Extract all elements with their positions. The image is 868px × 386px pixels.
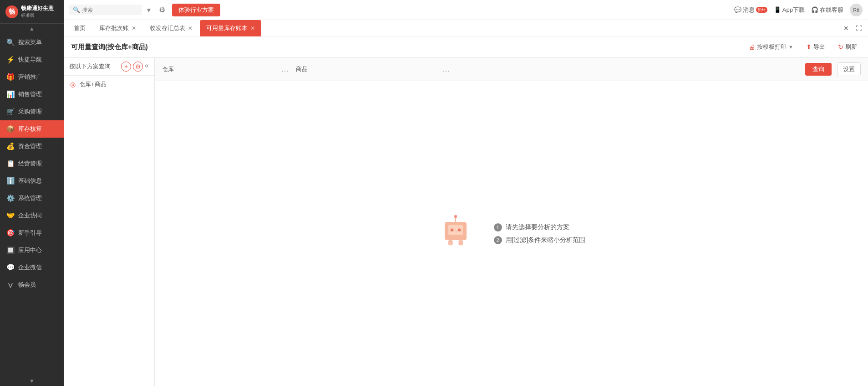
product-label: 商品	[296, 65, 308, 73]
sidebar-label-system: 系统管理	[18, 194, 42, 202]
trial-button[interactable]: 体验行业方案	[172, 4, 220, 16]
tab-close-batch-account[interactable]: ✕	[132, 26, 136, 31]
sidebar-item-finance[interactable]: 💰资金管理	[0, 138, 64, 155]
maximize-tab-button[interactable]: ⛶	[853, 23, 864, 34]
query-button[interactable]: 查询	[805, 63, 832, 76]
tab-label-receive-summary: 收发存汇总表	[150, 24, 185, 32]
sidebar-item-enterprise[interactable]: 🤝企业协同	[0, 207, 64, 224]
export-button[interactable]: ⬆ 导出	[802, 41, 829, 53]
headset-icon: 🎧	[811, 6, 818, 13]
tip-num-1: 1	[494, 223, 502, 232]
sidebar-item-basic[interactable]: ℹ️基础信息	[0, 172, 64, 190]
sidebar-icon-purchase: 🛒	[6, 108, 15, 116]
print-icon: 🖨	[749, 43, 755, 51]
sidebar-scroll-up[interactable]: ▲	[0, 24, 64, 34]
user-avatar[interactable]: Rit	[850, 4, 863, 16]
sidebar-label-shortcut: 快捷导航	[18, 56, 42, 64]
sidebar-nav: 🔍搜索菜单⚡快捷导航🎁营销推广📊销售管理🛒采购管理📦库存核算💰资金管理📋经营管理…	[0, 34, 64, 376]
empty-tip-2: 2 用[过滤]条件来缩小分析范围	[494, 236, 586, 244]
app-download-label: App下载	[782, 6, 805, 14]
online-service-button[interactable]: 🎧 在线客服	[811, 6, 843, 14]
filter-header-actions: + ⚙ «	[121, 62, 149, 72]
tab-close-available-stock[interactable]: ✕	[250, 26, 255, 31]
gear-icon[interactable]: ⚙	[156, 4, 168, 16]
sidebar-label-basic: 基础信息	[18, 177, 42, 185]
sidebar-label-marketing: 营销推广	[18, 73, 42, 81]
sidebar-label-finance: 资金管理	[18, 142, 42, 150]
tab-label-available-stock: 可用量库存账本	[206, 24, 248, 32]
topbar-search-box: 🔍	[69, 5, 142, 15]
empty-tips: 1 请先选择要分析的方案 2 用[过滤]条件来缩小分析范围	[494, 223, 586, 244]
tab-available-stock[interactable]: 可用量库存账本✕	[200, 20, 261, 36]
sidebar-icon-weixin: 💬	[6, 263, 15, 272]
filter-settings-button[interactable]: ⚙	[133, 62, 143, 72]
sidebar-item-newbie[interactable]: 🎯新手引导	[0, 224, 64, 242]
refresh-icon: ↻	[838, 43, 843, 51]
print-dropdown-icon[interactable]: ▼	[788, 44, 793, 50]
filter-collapse-button[interactable]: «	[145, 62, 149, 72]
sidebar-item-weixin[interactable]: 💬企业微信	[0, 259, 64, 276]
sidebar-icon-enterprise: 🤝	[6, 211, 15, 220]
page-header-actions: 🖨 按模板打印 ▼ ⬆ 导出 ↻ 刷新	[745, 41, 861, 53]
svg-rect-5	[448, 240, 453, 245]
brand-name: 畅康通好生意	[21, 5, 54, 12]
sidebar-item-appstore[interactable]: 🔲应用中心	[0, 242, 64, 259]
tab-home[interactable]: 首页	[67, 20, 92, 36]
search-icon: 🔍	[73, 6, 80, 13]
main-content: 仓库 … 商品 … 查询 设置	[155, 58, 868, 386]
sidebar-item-marketing[interactable]: 🎁营销推广	[0, 68, 64, 86]
export-icon: ⬆	[806, 43, 812, 51]
tip-text-2: 用[过滤]条件来缩小分析范围	[506, 236, 586, 244]
product-field: 商品 …	[296, 64, 452, 74]
product-input[interactable]	[310, 64, 438, 74]
sidebar-label-appstore: 应用中心	[18, 246, 42, 254]
page-area: 可用量查询(按仓库+商品) 🖨 按模板打印 ▼ ⬆ 导出 ↻ 刷新	[64, 36, 868, 386]
add-filter-button[interactable]: +	[121, 62, 131, 72]
tabs-bar: 首页库存批次账✕收发存汇总表✕可用量库存账本✕ ✕ ⛶	[64, 20, 868, 36]
sidebar-item-sales[interactable]: 📊销售管理	[0, 86, 64, 103]
message-badge: 99+	[756, 7, 767, 13]
svg-rect-1	[448, 225, 463, 235]
sidebar-icon-inventory: 📦	[6, 125, 15, 133]
filter-item-warehouse-product[interactable]: ◎ 仓库+商品	[64, 76, 154, 93]
sidebar-item-operation[interactable]: 📋经营管理	[0, 155, 64, 172]
sidebar-scroll-down[interactable]: ▼	[0, 376, 64, 386]
print-label: 按模板打印	[757, 43, 787, 51]
sidebar-item-purchase[interactable]: 🛒采购管理	[0, 103, 64, 120]
sidebar-item-inventory[interactable]: 📦库存核算	[0, 120, 64, 138]
refresh-button[interactable]: ↻ 刷新	[834, 41, 861, 53]
sidebar-item-member[interactable]: V畅会员	[0, 276, 64, 293]
tab-batch-account[interactable]: 库存批次账✕	[93, 20, 142, 36]
user-name: Rit	[853, 7, 859, 13]
warehouse-label: 仓库	[162, 65, 174, 73]
warehouse-input[interactable]	[177, 64, 277, 74]
close-tab-button[interactable]: ✕	[841, 23, 852, 34]
empty-tip-1: 1 请先选择要分析的方案	[494, 223, 586, 232]
topbar-dropdown-icon[interactable]: ▼	[146, 6, 152, 14]
query-settings-button[interactable]: 设置	[837, 62, 861, 76]
product-ellipsis-button[interactable]: …	[441, 65, 452, 73]
sidebar-icon-sales: 📊	[6, 90, 15, 98]
message-button[interactable]: 💬 消息 99+	[734, 6, 767, 14]
phone-icon: 📱	[774, 6, 781, 13]
sidebar-label-purchase: 采购管理	[18, 108, 42, 116]
print-button[interactable]: 🖨 按模板打印 ▼	[745, 41, 797, 53]
sidebar-label-inventory: 库存核算	[18, 125, 42, 133]
app-download-button[interactable]: 📱 App下载	[774, 6, 805, 14]
sidebar-label-member: 畅会员	[18, 281, 36, 289]
tab-receive-summary[interactable]: 收发存汇总表✕	[143, 20, 199, 36]
sidebar-item-shortcut[interactable]: ⚡快捷导航	[0, 51, 64, 68]
sidebar-item-search[interactable]: 🔍搜索菜单	[0, 34, 64, 51]
warehouse-ellipsis-button[interactable]: …	[279, 65, 290, 73]
search-input[interactable]	[82, 7, 132, 13]
message-icon: 💬	[734, 6, 741, 13]
empty-illustration	[437, 211, 483, 257]
tab-label-batch-account: 库存批次账	[99, 24, 129, 32]
filter-header: 按以下方案查询 + ⚙ «	[64, 58, 154, 76]
page-header: 可用量查询(按仓库+商品) 🖨 按模板打印 ▼ ⬆ 导出 ↻ 刷新	[64, 36, 868, 58]
tabs-right-buttons: ✕ ⛶	[841, 23, 864, 34]
tab-close-receive-summary[interactable]: ✕	[188, 26, 193, 31]
sidebar-item-system[interactable]: ⚙️系统管理	[0, 190, 64, 207]
filter-item-label: 仓库+商品	[79, 80, 107, 88]
tip-num-2: 2	[494, 236, 502, 244]
